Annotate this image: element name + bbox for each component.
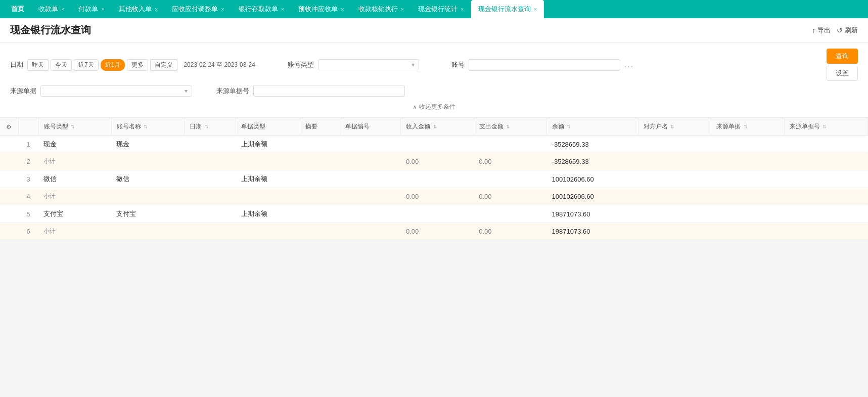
- th-source-doc-no[interactable]: 来源单据号 ⇅: [784, 118, 867, 136]
- filter-area: 日期 昨天 今天 近7天 近1月 更多 自定义 2023-02-24 至 202…: [0, 42, 868, 118]
- nav-item-collection[interactable]: 收款核销执行 ×: [351, 0, 411, 18]
- close-icon[interactable]: ×: [341, 6, 344, 12]
- collapse-up-icon: ∧: [413, 104, 417, 111]
- nav-label-ap-ar: 应收应付调整单: [172, 5, 218, 14]
- export-label: 导出: [817, 26, 831, 35]
- nav-item-home[interactable]: 首页: [4, 0, 31, 18]
- table-header-row: ⚙ 账号类型 ⇅ 账号名称 ⇅ 日期 ⇅ 单据类型: [0, 118, 868, 136]
- th-date-label: 日期: [190, 123, 202, 130]
- close-icon[interactable]: ×: [61, 6, 64, 12]
- account-filter-group: 账号 ...: [451, 59, 634, 71]
- source-doc-select[interactable]: ▾: [40, 85, 192, 97]
- page-title: 现金银行流水查询: [10, 23, 91, 37]
- nav-label-payment: 付款单: [78, 5, 98, 14]
- nav-label-cash-stat: 现金银行统计: [418, 5, 458, 14]
- close-icon[interactable]: ×: [534, 6, 537, 12]
- nav-label-receipt: 收款单: [38, 5, 58, 14]
- th-income-label: 收入金额: [406, 123, 430, 130]
- header-actions: ↑ 导出 ↺ 刷新: [812, 26, 858, 35]
- account-type-select[interactable]: ▾: [318, 59, 419, 70]
- sort-icon: ⇅: [506, 124, 510, 129]
- close-icon[interactable]: ×: [101, 6, 104, 12]
- query-button[interactable]: 查询: [827, 49, 858, 64]
- nav-item-cash-stat[interactable]: 现金银行统计 ×: [411, 0, 471, 18]
- nav-item-ap-ar[interactable]: 应收应付调整单 ×: [165, 0, 231, 18]
- date-btn-1month[interactable]: 近1月: [101, 59, 125, 71]
- th-gear[interactable]: ⚙: [0, 118, 18, 136]
- chevron-down-icon: ▾: [185, 87, 188, 95]
- date-filter-group: 日期 昨天 今天 近7天 近1月 更多 自定义 2023-02-24 至 202…: [10, 59, 255, 71]
- action-buttons: 查询 设置: [827, 49, 858, 81]
- close-icon[interactable]: ×: [461, 6, 464, 12]
- table-row[interactable]: 4小计0.000.00100102606.60: [0, 188, 868, 205]
- th-balance-label: 余额: [552, 123, 564, 130]
- account-type-filter-group: 账号类型 ▾: [288, 59, 419, 70]
- nav-label-bank-deposit: 银行存取款单: [239, 5, 278, 14]
- nav-item-advance[interactable]: 预收冲应收单 ×: [291, 0, 351, 18]
- table-row[interactable]: 3微信微信上期余额100102606.60: [0, 170, 868, 188]
- table-row[interactable]: 1现金现金上期余额-3528659.33: [0, 136, 868, 153]
- refresh-button[interactable]: ↺ 刷新: [837, 26, 858, 35]
- th-counterpart[interactable]: 对方户名 ⇅: [638, 118, 711, 136]
- export-icon: ↑: [812, 26, 815, 34]
- date-range-display: 2023-02-24 至 2023-03-24: [184, 61, 255, 69]
- close-icon[interactable]: ×: [221, 6, 224, 12]
- close-icon[interactable]: ×: [401, 6, 404, 12]
- settings-button[interactable]: 设置: [827, 66, 858, 81]
- th-source-doc[interactable]: 来源单据 ⇅: [711, 118, 784, 136]
- source-doc-no-input[interactable]: [253, 85, 405, 97]
- nav-item-payment[interactable]: 付款单 ×: [71, 0, 111, 18]
- table-row[interactable]: 2小计0.000.00-3528659.33: [0, 153, 868, 170]
- date-buttons: 昨天 今天 近7天 近1月 更多 自定义: [27, 59, 177, 71]
- chevron-down-icon: ▾: [412, 61, 415, 68]
- table-row[interactable]: 5支付宝支付宝上期余额19871073.60: [0, 205, 868, 223]
- th-date[interactable]: 日期 ⇅: [185, 118, 236, 136]
- nav-label-collection: 收款核销执行: [358, 5, 398, 14]
- nav-label-advance: 预收冲应收单: [298, 5, 338, 14]
- th-account-name-label: 账号名称: [117, 123, 141, 130]
- gear-icon: ⚙: [6, 123, 12, 130]
- nav-item-receipt[interactable]: 收款单 ×: [31, 0, 71, 18]
- collapse-bar[interactable]: ∧ 收起更多条件: [10, 101, 858, 113]
- th-expense[interactable]: 支出金额 ⇅: [474, 118, 546, 136]
- date-label: 日期: [10, 60, 23, 69]
- filter-row-2: 来源单据 ▾ 来源单据号: [10, 85, 858, 97]
- table-area: ⚙ 账号类型 ⇅ 账号名称 ⇅ 日期 ⇅ 单据类型: [0, 118, 868, 240]
- th-account-name[interactable]: 账号名称 ⇅: [111, 118, 184, 136]
- export-button[interactable]: ↑ 导出: [812, 26, 831, 35]
- th-counterpart-label: 对方户名: [644, 123, 668, 130]
- th-doc-type: 单据类型: [236, 118, 300, 136]
- date-btn-more[interactable]: 更多: [127, 59, 148, 71]
- th-account-type[interactable]: 账号类型 ⇅: [38, 118, 111, 136]
- account-input[interactable]: [469, 59, 620, 71]
- nav-item-cash-flow[interactable]: 现金银行流水查询 ×: [471, 0, 544, 18]
- sort-icon: ⇅: [567, 124, 571, 129]
- sort-icon: ⇅: [71, 124, 75, 129]
- th-doc-type-label: 单据类型: [241, 123, 265, 130]
- date-btn-7days[interactable]: 近7天: [74, 59, 99, 71]
- close-icon[interactable]: ×: [155, 6, 158, 12]
- close-icon[interactable]: ×: [281, 6, 284, 12]
- nav-item-other-income[interactable]: 其他收入单 ×: [112, 0, 165, 18]
- source-doc-no-filter-group: 来源单据号: [216, 85, 405, 97]
- sort-icon: ⇅: [823, 124, 827, 129]
- collapse-label: 收起更多条件: [419, 103, 455, 111]
- sort-icon: ⇅: [205, 124, 209, 129]
- table-row[interactable]: 6小计0.000.0019871073.60: [0, 223, 868, 240]
- sort-icon: ⇅: [744, 124, 748, 129]
- date-btn-today[interactable]: 今天: [51, 59, 72, 71]
- th-income[interactable]: 收入金额 ⇅: [401, 118, 474, 136]
- page-header: 现金银行流水查询 ↑ 导出 ↺ 刷新: [0, 18, 868, 42]
- filter-row-1: 日期 昨天 今天 近7天 近1月 更多 自定义 2023-02-24 至 202…: [10, 49, 858, 81]
- sort-icon: ⇅: [670, 124, 674, 129]
- source-doc-no-label: 来源单据号: [216, 86, 249, 96]
- account-dots[interactable]: ...: [624, 60, 634, 69]
- th-balance[interactable]: 余额 ⇅: [547, 118, 638, 136]
- top-navigation: 首页 收款单 × 付款单 × 其他收入单 × 应收应付调整单 × 银行存取款单 …: [0, 0, 868, 18]
- nav-item-bank-deposit[interactable]: 银行存取款单 ×: [232, 0, 291, 18]
- th-source-doc-no-label: 来源单据号: [790, 123, 820, 130]
- source-doc-label: 来源单据: [10, 86, 36, 96]
- date-btn-yesterday[interactable]: 昨天: [27, 59, 49, 71]
- nav-label-home: 首页: [11, 5, 24, 14]
- date-btn-custom[interactable]: 自定义: [150, 59, 177, 71]
